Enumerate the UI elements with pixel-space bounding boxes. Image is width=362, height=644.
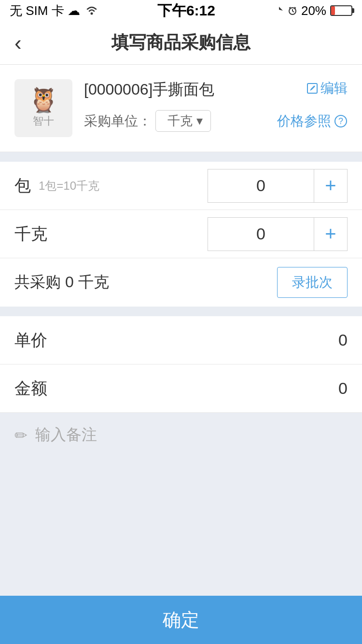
bao-input[interactable] [208,169,314,203]
kg-label: 千克 [14,223,47,245]
alarm-icon [288,6,297,15]
bao-input-group: + [208,169,348,203]
unit-price-row: 单价 0 [0,316,362,364]
product-image: 🦉 智十 [14,79,72,137]
batch-button[interactable]: 录批次 [277,267,348,298]
status-right: 20% [274,3,352,18]
wifi-icon [85,6,98,15]
price-section: 单价 0 金额 0 [0,316,362,413]
unit-price-label: 单价 [14,329,47,351]
back-button[interactable]: ‹ [14,31,22,55]
bao-char: 包 [14,175,31,197]
sim-label: 无 SIM 卡 ☁ [10,2,80,19]
help-icon: ? [334,114,348,128]
summary-unit: 千克 [78,273,109,291]
kg-input-group: + [208,217,348,251]
section-divider-2 [0,307,362,316]
kg-plus-button[interactable]: + [314,217,348,251]
battery-icon [330,5,352,16]
battery-percent: 20% [301,3,326,18]
form-section: 包 1包=10千克 + 千克 + [0,162,362,258]
section-divider-1 [0,152,362,162]
summary-label: 共采购 [14,273,65,291]
confirm-button[interactable]: 确定 [0,596,362,644]
bao-row: 包 1包=10千克 + [0,162,362,210]
product-unit-row: 采购单位： 千克 ▾ 价格参照 ? [84,110,348,132]
summary-amount: 0 [65,273,78,291]
svg-line-3 [292,11,294,12]
price-ref-label: 价格参照 [277,112,331,130]
nav-bar: ‹ 填写商品采购信息 [0,21,362,65]
bao-plus-button[interactable]: + [314,169,348,203]
kg-input[interactable] [208,217,314,251]
svg-text:?: ? [338,116,343,126]
edit-button[interactable]: 编辑 [306,79,348,98]
amount-label: 金额 [14,378,47,400]
pencil-icon: ✏ [14,426,28,445]
remarks-placeholder: 输入备注 [35,424,97,446]
remarks-section[interactable]: ✏ 输入备注 [0,413,362,500]
bao-label: 包 1包=10千克 [14,175,99,197]
page-title: 填写商品采购信息 [111,31,251,55]
bao-sub: 1包=10千克 [39,178,99,194]
amount-value: 0 [338,379,348,398]
status-bar: 无 SIM 卡 ☁ 下午6:12 20% [0,0,362,21]
confirm-label: 确定 [163,608,199,632]
product-owl-icon: 🦉 [28,88,58,112]
product-card: 🦉 智十 [0000006]手撕面包 编辑 采购单位： 千克 ▾ [0,65,362,152]
product-name-row: [0000006]手撕面包 编辑 [84,79,348,100]
status-time: 下午6:12 [157,1,215,21]
status-left: 无 SIM 卡 ☁ [10,2,98,19]
price-ref-button[interactable]: 价格参照 ? [277,112,348,130]
unit-label: 采购单位： [84,112,152,130]
unit-price-value: 0 [338,331,348,350]
chevron-down-icon: ▾ [196,113,203,128]
svg-point-0 [90,13,93,15]
product-name: [0000006]手撕面包 [84,79,306,100]
kg-row: 千克 + [0,210,362,258]
edit-label: 编辑 [320,79,348,98]
product-img-label: 智十 [33,114,54,128]
summary-text: 共采购 0 千克 [14,272,109,293]
location-icon [274,6,284,15]
kg-label-wrap: 千克 [14,223,47,245]
unit-selector[interactable]: 千克 ▾ [155,110,211,132]
product-info: [0000006]手撕面包 编辑 采购单位： 千克 ▾ 价格参照 [84,79,348,132]
amount-row: 金额 0 [0,364,362,413]
edit-icon [306,82,319,95]
summary-row: 共采购 0 千克 录批次 [0,258,362,307]
unit-value: 千克 [167,112,193,129]
